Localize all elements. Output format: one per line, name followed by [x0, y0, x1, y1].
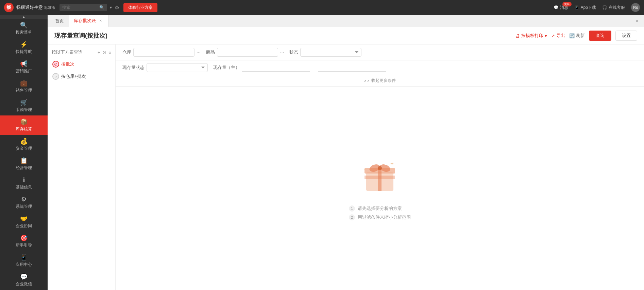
sidebar-item-marketing[interactable]: 📢 营销推广 — [0, 57, 48, 77]
left-panel-collapse-btn[interactable]: « — [108, 50, 111, 55]
headset-icon: 🎧 — [602, 5, 607, 10]
product-more-icon[interactable]: ··· — [280, 50, 284, 55]
enterprise-wechat-icon: 💬 — [20, 274, 28, 280]
query-button[interactable]: 查询 — [589, 31, 611, 41]
sidebar-item-enterprise-wechat[interactable]: 💬 企业微信 — [0, 270, 48, 290]
warehouse-input[interactable] — [133, 48, 194, 57]
page-header-actions: 🖨 按模板打印 ▾ ↗ 导出 🔄 刷新 查询 设置 — [515, 31, 637, 41]
header-chevron[interactable]: ▾ — [110, 5, 112, 10]
empty-step-1: 1 请先选择要分析的方案 — [349, 204, 411, 213]
operations-icon: 📋 — [20, 158, 28, 164]
refresh-btn[interactable]: 🔄 刷新 — [569, 33, 585, 39]
stock-qty-filter-label: 现存量（主） — [213, 65, 240, 71]
refresh-label: 刷新 — [576, 33, 585, 39]
status-select[interactable]: 全部 正常 禁用 — [300, 48, 361, 57]
warehouse-more-icon[interactable]: ··· — [197, 50, 201, 55]
company-name: 畅康通好生意 — [16, 4, 43, 11]
tab-inventory-batch[interactable]: 库存批次账 × — [69, 15, 108, 27]
sidebar-item-cooperation[interactable]: 🤝 企业协同 — [0, 212, 48, 232]
basic-info-icon: ℹ — [23, 177, 25, 183]
empty-step2-text: 用过滤条件来缩小分析范围 — [358, 213, 411, 222]
main-layout: ▲ 🔍 搜索菜单 ⚡ 快捷导航 📢 营销推广 💼 销售管理 🛒 采购管理 📦 库… — [0, 15, 644, 290]
stock-status-select[interactable]: 全部 有库存 无库存 — [147, 63, 208, 72]
search-wrapper: 🔍 — [60, 4, 107, 11]
product-filter-group: 商品 ··· — [206, 48, 284, 57]
messages-badge: 99+ — [562, 2, 572, 6]
tab-close-all-icon[interactable]: × — [633, 18, 641, 24]
filter-row-2: 现存量状态 全部 有库存 无库存 现存量（主） — — [116, 60, 644, 75]
svg-text:✦: ✦ — [363, 167, 366, 171]
finance-label: 资金管理 — [16, 146, 32, 151]
search-menu-icon: 🔍 — [20, 22, 28, 28]
app-download-action[interactable]: 📱 App下载 — [574, 5, 596, 11]
print-chevron-icon: ▾ — [545, 33, 547, 38]
empty-step-2: 2 用过滤条件来缩小分析范围 — [349, 213, 411, 222]
user-profile-action[interactable]: Rit — [631, 3, 640, 12]
scheme-settings-btn[interactable]: ⊙ — [102, 50, 106, 55]
quick-nav-label: 快捷导航 — [16, 49, 32, 55]
search-menu-label: 搜索菜单 — [16, 30, 32, 35]
sidebar-item-app-center[interactable]: 📱 应用中心 — [0, 251, 48, 270]
sidebar-item-search-menu[interactable]: 🔍 搜索菜单 — [0, 19, 48, 38]
sidebar-item-basic-info[interactable]: ℹ 基础信息 — [0, 174, 48, 193]
refresh-icon: 🔄 — [569, 33, 575, 38]
search-icon: 🔍 — [99, 5, 104, 10]
scheme-warehouse-batch[interactable]: ○ 按仓库+批次 — [48, 70, 115, 83]
scheme-batch-icon: ⊙ — [52, 61, 59, 68]
svg-rect-2 — [378, 168, 382, 191]
product-input[interactable] — [217, 48, 278, 57]
collapse-label: 收起更多条件 — [371, 78, 396, 84]
stock-qty-from-input[interactable] — [242, 64, 310, 72]
messages-action[interactable]: 💬 消息 99+ — [554, 5, 568, 11]
new-guide-label: 新手引导 — [16, 242, 32, 248]
app-center-icon: 📱 — [20, 254, 28, 260]
left-panel-header: 按以下方案查询 + ⊙ « — [48, 48, 115, 58]
tab-close-icon[interactable]: × — [98, 18, 103, 23]
online-service-label: 在线客服 — [609, 5, 625, 11]
settings-button[interactable]: 设置 — [615, 31, 637, 41]
online-service-action[interactable]: 🎧 在线客服 — [602, 5, 625, 11]
stock-qty-filter-group: 现存量（主） — — [213, 64, 386, 72]
print-icon: 🖨 — [515, 33, 520, 38]
export-btn[interactable]: ↗ 导出 — [551, 33, 565, 39]
cooperation-label: 企业协同 — [16, 223, 32, 229]
message-icon: 💬 — [554, 5, 559, 10]
svg-point-6 — [378, 166, 382, 170]
experience-industry-btn[interactable]: 体验行业方案 — [123, 3, 157, 12]
scheme-batch[interactable]: ⊙ 按批次 — [48, 58, 115, 70]
new-guide-icon: 🎯 — [20, 235, 28, 241]
header-gear-icon[interactable]: ⚙ — [115, 4, 119, 11]
add-scheme-btn[interactable]: + — [98, 50, 100, 55]
sidebar-item-purchase[interactable]: 🛒 采购管理 — [0, 96, 48, 115]
stock-qty-to-input[interactable] — [318, 64, 386, 72]
print-btn[interactable]: 🖨 按模板打印 ▾ — [515, 33, 547, 39]
sidebar-item-new-guide[interactable]: 🎯 新手引导 — [0, 232, 48, 251]
tab-inventory-batch-label: 库存批次账 — [74, 18, 96, 24]
stock-qty-dash: — — [312, 65, 316, 70]
enterprise-wechat-label: 企业微信 — [16, 281, 32, 287]
app-download-icon: 📱 — [574, 5, 579, 10]
sales-icon: 💼 — [20, 80, 28, 86]
tab-home[interactable]: 首页 — [50, 15, 69, 27]
print-label: 按模板打印 — [521, 33, 543, 39]
content-area: 首页 库存批次账 × × 现存量查询(按批次) 🖨 按模板打印 ▾ ↗ 导出 — [48, 15, 644, 290]
cooperation-icon: 🤝 — [20, 216, 28, 222]
filter-row-1: 仓库 ··· 商品 ··· 状态 全部 正常 — [116, 44, 644, 60]
sidebar-item-system[interactable]: ⚙ 系统管理 — [0, 193, 48, 212]
left-panel-title: 按以下方案查询 — [52, 49, 83, 55]
sidebar-item-sales[interactable]: 💼 销售管理 — [0, 77, 48, 96]
app-download-label: App下载 — [581, 5, 596, 11]
sidebar-scroll-up[interactable]: ▲ — [0, 15, 48, 19]
sidebar-item-operations[interactable]: 📋 经营管理 — [0, 154, 48, 174]
scheme-warehouse-batch-icon: ○ — [52, 73, 59, 80]
sidebar-item-finance[interactable]: 💰 资金管理 — [0, 135, 48, 154]
purchase-label: 采购管理 — [16, 107, 32, 113]
tab-home-label: 首页 — [55, 18, 64, 24]
basic-info-label: 基础信息 — [16, 184, 32, 190]
app-center-label: 应用中心 — [16, 262, 32, 268]
collapse-conditions-btn[interactable]: ∧∧ 收起更多条件 — [116, 75, 644, 87]
sidebar-item-quick-nav[interactable]: ⚡ 快捷导航 — [0, 38, 48, 57]
page-body: 按以下方案查询 + ⊙ « ⊙ 按批次 ○ 按仓库+批次 — [48, 44, 644, 290]
sidebar-item-inventory[interactable]: 📦 库存核算 — [0, 115, 48, 135]
app-logo: 畅 — [4, 3, 14, 12]
